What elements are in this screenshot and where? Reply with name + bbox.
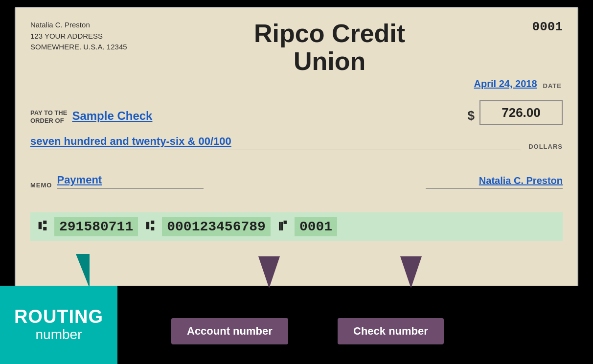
memo-sig-row: MEMO Payment Natalia C. Preston [30, 174, 563, 189]
payer-address: Natalia C. Preston 123 YOUR ADDRESS SOME… [30, 20, 127, 53]
signature-line: Natalia C. Preston [426, 175, 563, 189]
check-document: Natalia C. Preston 123 YOUR ADDRESS SOME… [15, 7, 578, 291]
memo-value: Payment [57, 174, 102, 186]
account-number-label: Account number [171, 318, 288, 344]
routing-sub: number [36, 327, 82, 342]
micr-check-number: 0001 [295, 217, 337, 236]
payee-name: Sample Check [72, 109, 152, 122]
micr-eq-sym: ⑈ [278, 219, 287, 234]
payer-name: Natalia C. Preston [30, 20, 127, 31]
bottom-labels: ROUTING number Account number Check numb… [0, 286, 593, 364]
date-label: DATE [543, 82, 562, 90]
address-line2: SOMEWHERE. U.S.A. 12345 [30, 42, 127, 53]
memo-section: MEMO Payment [30, 174, 296, 189]
routing-arrow [76, 254, 90, 288]
account-arrow [258, 256, 280, 288]
check-number-top: 0001 [532, 20, 563, 34]
bank-name: Ripco CreditUnion [142, 20, 518, 75]
micr-line: ⑆ 291580711 ⑆ 000123456789 ⑈ 0001 [30, 212, 563, 241]
routing-label-box: ROUTING number [0, 286, 117, 364]
signature-value: Natalia C. Preston [479, 175, 563, 186]
check-arrow [400, 256, 422, 288]
date-row: April 24, 2018 DATE [30, 78, 563, 90]
written-amount: seven hundred and twenty-six & 00/100 [30, 135, 521, 150]
amount-box: 726.00 [479, 100, 563, 125]
signature-section: Natalia C. Preston [296, 175, 563, 189]
address-line1: 123 YOUR ADDRESS [30, 31, 127, 42]
pay-to-row: PAY TO THEORDER OF Sample Check $ 726.00 [30, 100, 563, 125]
dollars-label: DOLLARS [528, 143, 563, 150]
pay-to-label: PAY TO THEORDER OF [30, 109, 67, 126]
memo-line: Payment [57, 174, 204, 189]
payee-line: Sample Check [72, 109, 462, 125]
routing-title: ROUTING [14, 307, 103, 326]
dollar-sign: $ [468, 108, 475, 125]
micr-routing-number: 291580711 [54, 217, 138, 236]
check-number-label: Check number [338, 318, 444, 344]
micr-close-sym: ⑆ [146, 219, 154, 234]
date-value: April 24, 2018 [474, 78, 537, 90]
micr-account-number: 000123456789 [162, 217, 271, 236]
micr-open-sym: ⑆ [38, 219, 46, 234]
written-amount-row: seven hundred and twenty-six & 00/100 DO… [30, 135, 563, 150]
memo-label: MEMO [30, 182, 52, 189]
